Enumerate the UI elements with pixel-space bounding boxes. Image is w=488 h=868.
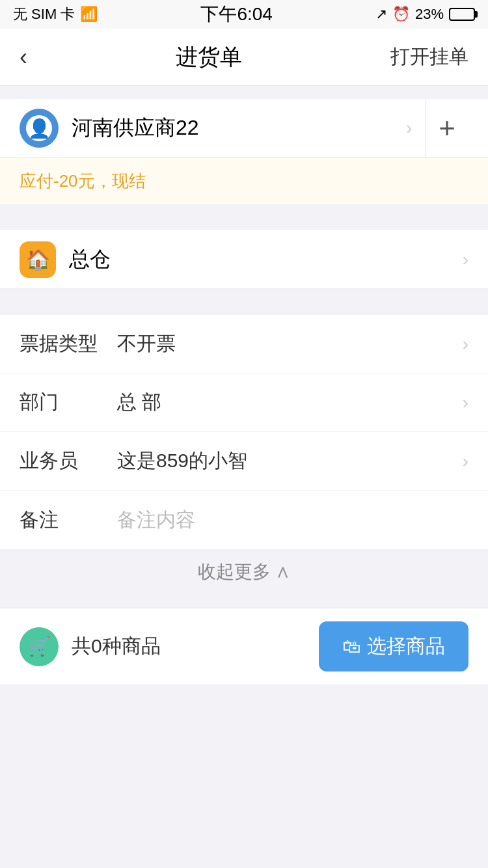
invoice-type-row[interactable]: 票据类型 不开票 ›: [0, 315, 488, 373]
warehouse-chevron-icon: ›: [463, 249, 468, 270]
department-label: 部门: [20, 389, 111, 416]
supplier-name: 河南供应商22: [72, 114, 393, 142]
section-gap-3: [0, 289, 488, 302]
select-product-label: 选择商品: [367, 633, 445, 660]
invoice-type-chevron-icon: ›: [463, 334, 468, 355]
department-value: 总 部: [111, 389, 463, 416]
remark-label: 备注: [20, 507, 111, 534]
status-bar: 无 SIM 卡 📶 下午6:04 ↗ ⏰ 23%: [0, 0, 488, 29]
collapse-label: 收起更多 ∧: [198, 560, 291, 584]
supplier-section: 👤 河南供应商22 › +: [0, 99, 488, 157]
remark-row[interactable]: 备注 备注内容: [0, 491, 488, 549]
collapse-row[interactable]: 收起更多 ∧: [0, 549, 488, 595]
salesperson-label: 业务员: [20, 448, 111, 474]
alarm-icon: ⏰: [392, 6, 410, 23]
status-bar-right: ↗ ⏰ 23%: [375, 6, 475, 23]
nav-bar: ‹ 进货单 打开挂单: [0, 29, 488, 86]
salesperson-value: 这是859的小智: [111, 448, 463, 474]
form-section: 票据类型 不开票 › 部门 总 部 › 业务员 这是859的小智 › 备注 备注…: [0, 315, 488, 549]
section-gap-2: [0, 204, 488, 217]
open-pending-button[interactable]: 打开挂单: [390, 44, 468, 70]
select-product-button[interactable]: 🛍 选择商品: [319, 621, 468, 671]
warehouse-section: 🏠 总仓 ›: [0, 230, 488, 289]
page-title: 进货单: [176, 42, 242, 72]
department-row[interactable]: 部门 总 部 ›: [0, 373, 488, 432]
supplier-row[interactable]: 👤 河南供应商22 ›: [20, 99, 426, 157]
select-product-icon: 🛍: [342, 636, 360, 657]
avatar-inner: 👤: [26, 115, 52, 141]
back-button[interactable]: ‹: [20, 44, 27, 71]
warehouse-label: 总仓: [69, 245, 463, 274]
status-bar-time: 下午6:04: [200, 2, 273, 27]
main-content: 👤 河南供应商22 › + 应付-20元，现结 🏠 总仓 › 票据类型 不开票 …: [0, 86, 488, 685]
location-icon: ↗: [375, 6, 387, 23]
carrier-label: 无 SIM 卡: [13, 5, 75, 24]
wifi-icon: 📶: [80, 6, 98, 23]
section-gap-1: [0, 86, 488, 99]
remark-value: 备注内容: [111, 507, 468, 534]
bottom-bar: 🛒 共0种商品 🛍 选择商品: [0, 608, 488, 685]
add-supplier-button[interactable]: +: [426, 112, 468, 144]
battery-icon: [449, 8, 475, 21]
battery-pct: 23%: [415, 6, 444, 23]
department-chevron-icon: ›: [463, 392, 468, 413]
invoice-type-value: 不开票: [111, 331, 463, 357]
warehouse-icon: 🏠: [20, 241, 56, 278]
product-icon: 🛒: [20, 627, 59, 666]
product-count-label: 共0种商品: [72, 633, 319, 660]
notice-text: 应付-20元，现结: [20, 171, 146, 191]
salesperson-row[interactable]: 业务员 这是859的小智 ›: [0, 432, 488, 491]
person-icon: 👤: [28, 118, 51, 139]
salesperson-chevron-icon: ›: [463, 451, 468, 472]
warehouse-row[interactable]: 🏠 总仓 ›: [0, 230, 488, 289]
supplier-chevron-icon: ›: [406, 118, 412, 139]
notice-banner: 应付-20元，现结: [0, 157, 488, 204]
invoice-type-label: 票据类型: [20, 331, 111, 357]
supplier-avatar: 👤: [20, 109, 59, 148]
section-gap-4: [0, 595, 488, 608]
status-bar-left: 无 SIM 卡 📶: [13, 5, 98, 24]
